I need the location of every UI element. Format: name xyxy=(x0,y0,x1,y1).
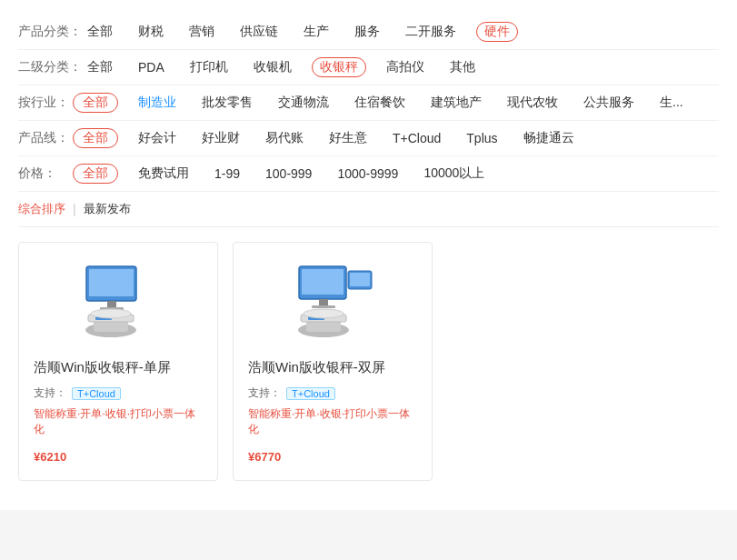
filter-sub-2[interactable]: 打印机 xyxy=(184,57,234,77)
filter-price-1[interactable]: 免费试用 xyxy=(133,164,194,184)
filter-price-2[interactable]: 1-99 xyxy=(209,165,245,183)
svg-rect-14 xyxy=(312,305,335,308)
sort-latest[interactable]: 最新发布 xyxy=(84,201,131,217)
product-support-label-0: 支持： xyxy=(34,385,66,401)
svg-rect-10 xyxy=(302,269,344,295)
filter-sub-4[interactable]: 收银秤 xyxy=(312,57,366,77)
filter-ind-0[interactable]: 全部 xyxy=(73,93,118,113)
filter-price: 价格： 全部 免费试用 1-99 100-999 1000-9999 10000… xyxy=(18,156,719,192)
product-name-1: 浩顺Win版收银秤-双屏 xyxy=(248,359,417,376)
filter-industry: 按行业： 全部 制造业 批发零售 交通物流 住宿餐饮 建筑地产 现代农牧 公共服… xyxy=(18,85,719,121)
svg-point-19 xyxy=(304,309,344,318)
filter-pl-0[interactable]: 全部 xyxy=(73,128,118,148)
product-support-1: 支持： T+Cloud xyxy=(248,385,417,401)
product-badge-0: T+Cloud xyxy=(72,387,121,400)
svg-rect-13 xyxy=(319,299,328,306)
filter-sub-1[interactable]: PDA xyxy=(133,58,170,76)
filter-cat-6[interactable]: 二开服务 xyxy=(400,22,462,42)
filter-cat-3[interactable]: 供应链 xyxy=(234,22,284,42)
filter-cat-7[interactable]: 硬件 xyxy=(476,22,518,42)
filter-ind-3[interactable]: 交通物流 xyxy=(273,93,334,113)
filter-ind-7[interactable]: 公共服务 xyxy=(578,93,640,113)
product-price-0: ¥6210 xyxy=(34,445,203,465)
filter-sub-5[interactable]: 高拍仪 xyxy=(381,57,430,77)
product-card-0[interactable]: 浩顺Win版收银秤-单屏 支持： T+Cloud 智能称重·开单·收银·打印小票… xyxy=(18,242,218,481)
filter-ind-4[interactable]: 住宿餐饮 xyxy=(349,93,411,113)
filter-cat-2[interactable]: 营销 xyxy=(184,22,220,42)
filter-price-items: 全部 免费试用 1-99 100-999 1000-9999 10000以上 xyxy=(73,164,490,184)
svg-point-8 xyxy=(91,309,131,318)
product-desc-1: 智能称重·开单·收银·打印小票一体化 xyxy=(248,406,417,437)
filter-subcategory-label: 二级分类： xyxy=(18,59,82,75)
filter-product-line: 产品线： 全部 好会计 好业财 易代账 好生意 T+Cloud Tplus 畅捷… xyxy=(18,121,719,156)
filter-pl-2[interactable]: 好业财 xyxy=(196,128,245,148)
filter-price-label: 价格： xyxy=(18,165,73,182)
filter-ind-1[interactable]: 制造业 xyxy=(133,93,182,113)
sort-divider: | xyxy=(73,202,76,216)
price-value-1: 6770 xyxy=(254,450,281,464)
sort-bar: 综合排序 | 最新发布 xyxy=(18,192,719,227)
filter-price-3[interactable]: 100-999 xyxy=(260,165,317,183)
svg-rect-2 xyxy=(107,301,116,308)
filter-pl-1[interactable]: 好会计 xyxy=(133,128,182,148)
filter-price-4[interactable]: 1000-9999 xyxy=(332,165,403,183)
product-support-label-1: 支持： xyxy=(248,385,281,401)
filter-subcategory: 二级分类： 全部 PDA 打印机 收银机 收银秤 高拍仪 其他 xyxy=(18,50,719,85)
filter-ind-5[interactable]: 建筑地产 xyxy=(425,93,487,113)
price-value-0: 6210 xyxy=(40,450,66,464)
filter-pl-7[interactable]: 畅捷通云 xyxy=(518,128,580,148)
product-desc-0: 智能称重·开单·收银·打印小票一体化 xyxy=(34,406,203,437)
filter-category-label: 产品分类： xyxy=(18,24,82,40)
product-price-1: ¥6770 xyxy=(248,445,417,465)
filter-price-5[interactable]: 10000以上 xyxy=(418,164,490,184)
filter-ind-2[interactable]: 批发零售 xyxy=(196,93,258,113)
filter-industry-label: 按行业： xyxy=(18,95,73,111)
products-grid: 浩顺Win版收银秤-单屏 支持： T+Cloud 智能称重·开单·收银·打印小票… xyxy=(18,227,719,495)
filter-cat-1[interactable]: 财税 xyxy=(133,22,169,42)
product-name-0: 浩顺Win版收银秤-单屏 xyxy=(34,359,203,376)
filter-cat-0[interactable]: 全部 xyxy=(82,22,118,42)
filter-subcategory-items: 全部 PDA 打印机 收银机 收银秤 高拍仪 其他 xyxy=(82,57,481,77)
product-image-1 xyxy=(248,257,417,348)
filter-category-items: 全部 财税 营销 供应链 生产 服务 二开服务 硬件 xyxy=(82,22,518,42)
filter-ind-6[interactable]: 现代农牧 xyxy=(502,93,563,113)
filter-cat-5[interactable]: 服务 xyxy=(349,22,385,42)
filter-pl-4[interactable]: 好生意 xyxy=(324,128,373,148)
filter-sub-3[interactable]: 收银机 xyxy=(248,57,297,77)
product-badge-1: T+Cloud xyxy=(286,387,335,400)
svg-rect-12 xyxy=(350,273,370,286)
product-image-0 xyxy=(34,257,203,348)
filter-ind-8[interactable]: 生... xyxy=(654,93,689,113)
filter-cat-4[interactable]: 生产 xyxy=(298,22,334,42)
filter-category: 产品分类： 全部 财税 营销 供应链 生产 服务 二开服务 硬件 xyxy=(18,15,719,50)
filter-industry-items: 全部 制造业 批发零售 交通物流 住宿餐饮 建筑地产 现代农牧 公共服务 生..… xyxy=(73,93,689,113)
sort-comprehensive[interactable]: 综合排序 xyxy=(18,201,65,217)
filter-sub-6[interactable]: 其他 xyxy=(444,57,481,77)
svg-rect-1 xyxy=(89,269,134,296)
product-card-1[interactable]: 浩顺Win版收银秤-双屏 支持： T+Cloud 智能称重·开单·收银·打印小票… xyxy=(233,242,433,481)
filter-pl-3[interactable]: 易代账 xyxy=(260,128,309,148)
filter-productline-label: 产品线： xyxy=(18,130,73,146)
product-support-0: 支持： T+Cloud xyxy=(34,385,203,401)
filter-pl-5[interactable]: T+Cloud xyxy=(387,129,446,147)
filter-sub-0[interactable]: 全部 xyxy=(82,57,118,77)
filter-productline-items: 全部 好会计 好业财 易代账 好生意 T+Cloud Tplus 畅捷通云 xyxy=(73,128,580,148)
filter-pl-6[interactable]: Tplus xyxy=(461,129,503,147)
filter-price-0[interactable]: 全部 xyxy=(73,164,118,184)
